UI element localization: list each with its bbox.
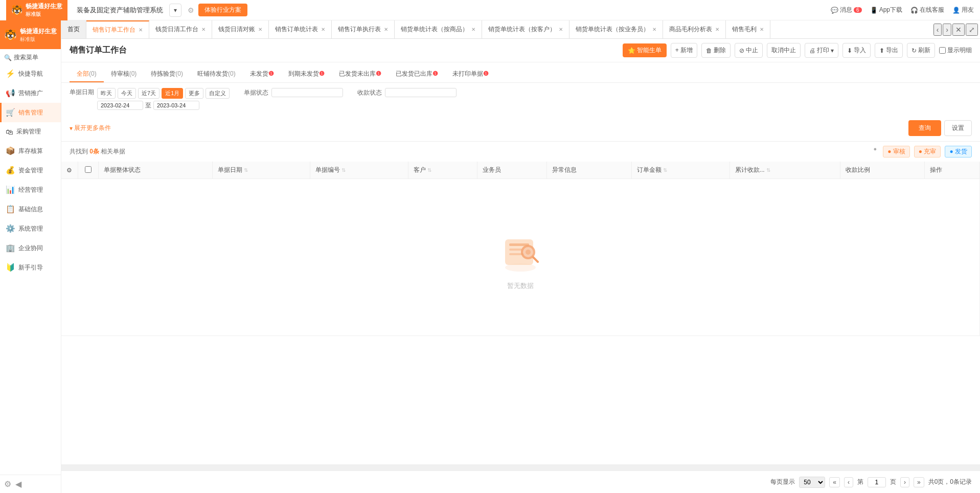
delete-btn[interactable]: 🗑 删除 — [701, 43, 731, 58]
header-left: 🐯 畅捷通好生意 标准版 装备及固定资产辅助管理系统 ▾ ⚙ 体验行业方案 — [6, 0, 247, 20]
tab-close-salesman[interactable]: ✕ — [652, 27, 656, 32]
sidebar-item-newbie[interactable]: 🔰 新手引导 — [0, 258, 61, 277]
setting-btn[interactable]: 设置 — [944, 120, 972, 136]
tab-sales-stats[interactable]: 销售订单统计表 ✕ — [269, 20, 332, 39]
tab-close-stats[interactable]: ✕ — [321, 27, 325, 32]
tab-scroll-left[interactable]: ‹ — [933, 24, 942, 36]
settings-icon[interactable]: ⚙ — [188, 6, 194, 14]
tab-gross-profit[interactable]: 商品毛利分析表 ✕ — [663, 20, 726, 39]
status-select[interactable] — [271, 88, 343, 97]
tab-scroll-right[interactable]: › — [943, 24, 951, 36]
tab-home[interactable]: 首页 — [61, 20, 86, 39]
h-scrollbar[interactable] — [61, 464, 980, 470]
table-body: 暂无数据 — [61, 179, 980, 336]
cancel-stop-btn[interactable]: 取消中止 — [767, 43, 801, 58]
show-detail-input[interactable] — [939, 47, 946, 54]
message-btn[interactable]: 💬 消息 6 — [831, 6, 862, 14]
sidebar-item-enterprise[interactable]: 🏢 企业协同 — [0, 238, 61, 258]
filter-tab-pending-review[interactable]: 待审核(0) — [104, 66, 144, 82]
tab-sales-gross[interactable]: 销售毛利 ✕ — [726, 20, 770, 39]
date-btn-1month[interactable]: 近1月 — [162, 88, 183, 99]
date-btn-today[interactable]: 今天 — [118, 88, 136, 99]
sidebar-item-operation[interactable]: 📊 经营管理 — [0, 180, 61, 199]
tab-sales-exec[interactable]: 销售订单执行表 ✕ — [332, 20, 395, 39]
filter-tab-unshipped[interactable]: 未发货❶ — [243, 66, 281, 82]
import-btn[interactable]: ⬇ 导入 — [842, 43, 871, 58]
date-btn-more[interactable]: 更多 — [185, 88, 203, 99]
app-download-btn[interactable]: 📱 App下载 — [870, 6, 902, 14]
prev-page-btn[interactable]: ‹ — [844, 477, 853, 487]
tab-close-exec[interactable]: ✕ — [384, 27, 388, 32]
industry-btn[interactable]: 体验行业方案 — [198, 4, 247, 16]
th-settings[interactable]: ⚙ — [61, 162, 78, 179]
operation-icon: 📊 — [6, 185, 15, 194]
filter-tab-all[interactable]: 全部(0) — [70, 66, 104, 82]
filter-tab-pending-check[interactable]: 待拣验货(0) — [144, 66, 190, 82]
show-detail-checkbox[interactable]: 显示明细 — [939, 46, 972, 55]
dropdown-btn[interactable]: ▾ — [169, 4, 181, 17]
tab-maximize[interactable]: ⤢ — [966, 24, 978, 36]
online-service-btn[interactable]: 🎧 在线客服 — [910, 6, 944, 14]
tab-close-daily[interactable]: ✕ — [201, 27, 206, 32]
print-btn[interactable]: 🖨 打印 ▾ — [805, 43, 838, 58]
sidebar-item-basic[interactable]: 📋 基础信息 — [0, 199, 61, 219]
sidebar-item-purchase[interactable]: 🛍 采购管理 — [0, 122, 61, 141]
th-date[interactable]: 单据日期⇅ — [212, 162, 310, 179]
date-from-input[interactable] — [97, 101, 143, 110]
sidebar-item-quick-nav[interactable]: ⚡ 快捷导航 — [0, 64, 61, 83]
sidebar-item-capital[interactable]: 💰 资金管理 — [0, 161, 61, 180]
filter-tab-shipped-out[interactable]: 已发货已出库❶ — [389, 66, 445, 82]
filter-tab-shipped-not-out[interactable]: 已发货未出库❶ — [332, 66, 389, 82]
ship-btn[interactable]: ● 发货 — [945, 146, 972, 158]
sidebar-item-system[interactable]: ⚙️ 系统管理 — [0, 219, 61, 238]
tab-close-customer[interactable]: ✕ — [559, 27, 563, 32]
tab-close-gross[interactable]: ✕ — [715, 27, 719, 32]
user-btn[interactable]: 👤 用友 — [952, 6, 974, 14]
export-btn[interactable]: ⬆ 导出 — [875, 43, 903, 58]
th-checkbox[interactable] — [78, 162, 98, 179]
th-customer[interactable]: 客户⇅ — [408, 162, 477, 179]
sidebar-item-inventory[interactable]: 📦 库存核算 — [0, 141, 61, 161]
tab-sales-workbench[interactable]: 销售订单工作台 ✕ — [86, 20, 149, 39]
settings-gear-icon[interactable]: ⚙ — [4, 479, 11, 489]
tab-salesman-stats[interactable]: 销货单统计表（按业务员） ✕ — [569, 20, 663, 39]
review-btn[interactable]: ● 审核 — [883, 146, 910, 158]
add-btn[interactable]: + 新增 — [671, 43, 697, 58]
date-to-input[interactable] — [153, 101, 199, 110]
payment-select[interactable] — [385, 88, 457, 97]
filter-tab-unprinted[interactable]: 未打印单据❶ — [445, 66, 496, 82]
tab-customer-stats[interactable]: 销货单统计表（按客户） ✕ — [482, 20, 569, 39]
collapse-icon[interactable]: ◀ — [15, 479, 21, 489]
th-number[interactable]: 单据编号⇅ — [310, 162, 408, 179]
page-input[interactable] — [868, 477, 886, 487]
refresh-btn[interactable]: ↻ 刷新 — [907, 43, 935, 58]
date-btn-7days[interactable]: 近7天 — [138, 88, 159, 99]
tab-daily-clear[interactable]: 钱货日清工作台 ✕ — [149, 20, 212, 39]
expand-more-btn[interactable]: ▾ 展开更多条件 — [70, 124, 111, 132]
first-page-btn[interactable]: « — [829, 477, 840, 487]
last-page-btn[interactable]: » — [914, 477, 924, 487]
next-page-btn[interactable]: › — [900, 477, 909, 487]
sidebar-item-marketing[interactable]: 📢 营销推广 — [0, 83, 61, 103]
tab-close-sales[interactable]: ✕ — [139, 27, 143, 33]
tab-close-reconcile[interactable]: ✕ — [258, 27, 262, 32]
date-btn-custom[interactable]: 自定义 — [206, 88, 230, 99]
sidebar-search[interactable]: 🔍 搜索菜单 — [0, 49, 61, 64]
smart-generate-btn[interactable]: ⭐ 智能生单 — [623, 43, 667, 57]
select-all-checkbox[interactable] — [85, 166, 92, 173]
unreview-btn[interactable]: ● 充审 — [914, 146, 941, 158]
tab-close-goods[interactable]: ✕ — [471, 27, 475, 32]
th-collected[interactable]: 累计收款...⇅ — [730, 162, 840, 179]
filter-tab-wangpu-ship[interactable]: 旺铺待发货(0) — [190, 66, 243, 82]
tab-close-sales-gross[interactable]: ✕ — [760, 27, 764, 32]
stop-btn[interactable]: ⊘ 中止 — [735, 43, 763, 58]
th-amount[interactable]: 订单金额⇅ — [631, 162, 730, 179]
tab-goods-stats[interactable]: 销货单统计表（按商品） ✕ — [395, 20, 482, 39]
per-page-select[interactable]: 20 50 100 — [799, 477, 825, 488]
query-btn[interactable]: 查询 — [908, 120, 941, 136]
tab-close-all[interactable]: ✕ — [952, 24, 965, 36]
sidebar-item-sales[interactable]: 🛒 销售管理 — [0, 103, 61, 122]
tab-reconcile[interactable]: 钱货日清对账 ✕ — [212, 20, 269, 39]
date-btn-yesterday[interactable]: 昨天 — [97, 88, 116, 99]
filter-tab-overdue-unshipped[interactable]: 到期未发货❶ — [281, 66, 332, 82]
